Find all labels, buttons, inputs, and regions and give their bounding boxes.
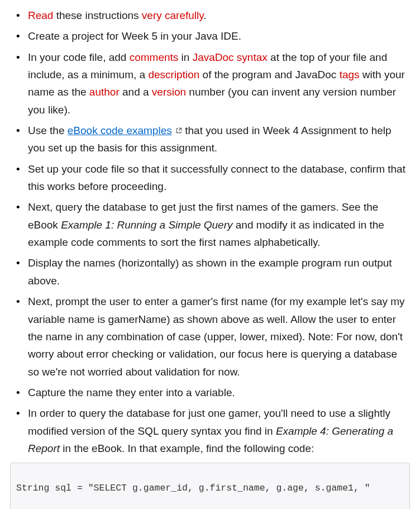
instruction-item: Next, prompt the user to enter a gamer's… bbox=[10, 293, 410, 380]
instruction-list: Read these instructions very carefully.C… bbox=[10, 7, 410, 457]
body-text: In your code file, add bbox=[28, 51, 130, 63]
body-text: Create a project for Week 5 in your Java… bbox=[28, 30, 241, 42]
instruction-item: Use the eBook code examples that you use… bbox=[10, 122, 410, 157]
body-text: Use the bbox=[28, 125, 68, 136]
body-text: in bbox=[178, 51, 192, 63]
instruction-item: In your code file, add comments in JavaD… bbox=[10, 49, 410, 118]
body-text: Capture the name they enter into a varia… bbox=[28, 387, 235, 398]
code-line-1: String sql = "SELECT g.gamer_id, g.first… bbox=[16, 481, 404, 496]
emphasis-text: JavaDoc syntax bbox=[193, 51, 268, 63]
instruction-item: Next, query the database to get just the… bbox=[10, 198, 410, 251]
instruction-item: Capture the name they enter into a varia… bbox=[10, 384, 410, 401]
body-text: Set up your code file so that it success… bbox=[28, 163, 405, 192]
emphasis-text: version bbox=[152, 86, 186, 98]
instruction-item: Read these instructions very carefully. bbox=[10, 7, 410, 24]
instruction-item: Display the names (horizontally) as show… bbox=[10, 254, 410, 289]
instruction-item: Create a project for Week 5 in your Java… bbox=[10, 27, 410, 45]
code-block: String sql = "SELECT g.gamer_id, g.first… bbox=[10, 463, 410, 509]
body-text: these instructions bbox=[53, 9, 141, 21]
emphasis-text: author bbox=[89, 86, 120, 98]
body-text: Display the names (horizontally) as show… bbox=[28, 257, 392, 286]
emphasis-text: Read bbox=[28, 9, 53, 21]
emphasis-text: tags bbox=[340, 69, 360, 80]
emphasis-text: description bbox=[148, 69, 199, 80]
ebook-code-link[interactable]: eBook code examples bbox=[68, 125, 172, 136]
external-link-icon bbox=[176, 127, 182, 134]
italic-text: Example 1: Running a Simple Query bbox=[61, 219, 232, 231]
body-text: in the eBook. In that example, find the … bbox=[60, 443, 314, 454]
body-text: . bbox=[203, 9, 206, 21]
emphasis-text: very carefully bbox=[142, 9, 204, 21]
body-text: Next, prompt the user to enter a gamer's… bbox=[28, 296, 405, 377]
instruction-item: Set up your code file so that it success… bbox=[10, 160, 410, 196]
emphasis-text: comments bbox=[130, 51, 179, 63]
body-text: and a bbox=[120, 86, 152, 98]
instruction-item: In order to query the database for just … bbox=[10, 405, 410, 457]
body-text: of the program and JavaDoc bbox=[199, 69, 339, 80]
